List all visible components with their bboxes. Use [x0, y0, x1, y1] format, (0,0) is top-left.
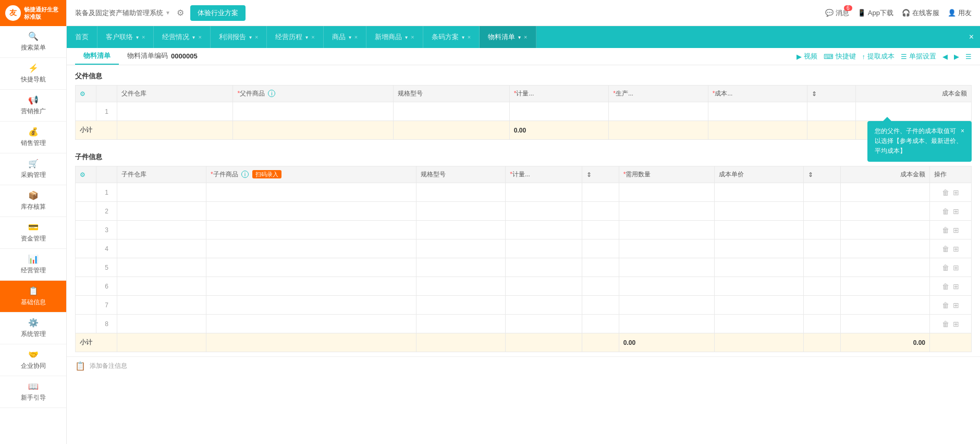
info-icon[interactable]: i — [241, 171, 249, 178]
nav-close-all-button[interactable]: × — [963, 32, 980, 42]
child-row-4-unit[interactable] — [506, 239, 582, 258]
child-row-4-qty[interactable] — [619, 239, 714, 258]
info-icon[interactable]: i — [268, 90, 275, 97]
child-row-3-product[interactable] — [206, 221, 416, 239]
experience-button[interactable]: 体验行业方案 — [190, 5, 246, 21]
child-row-3-warehouse[interactable] — [117, 221, 206, 239]
copy-icon[interactable]: ⊞ — [953, 188, 959, 197]
tab-close-icon[interactable]: × — [411, 34, 414, 40]
child-row-6-unit[interactable] — [506, 277, 582, 296]
sidebar-item-basics[interactable]: 📋 基础信息 — [0, 281, 66, 313]
parent-row-1-warehouse[interactable] — [117, 102, 233, 121]
delete-icon[interactable]: 🗑 — [942, 245, 949, 253]
view-button[interactable]: ▶ 视频 — [797, 52, 817, 61]
child-row-5-unit[interactable] — [506, 258, 582, 277]
child-row-5-unitprice[interactable] — [715, 258, 804, 277]
child-gear-icon[interactable]: ⚙ — [80, 171, 85, 178]
copy-icon[interactable]: ⊞ — [953, 301, 959, 309]
toolbar-nav-right-icon[interactable]: ▶ — [954, 53, 959, 61]
child-row-8-warehouse[interactable] — [117, 315, 206, 333]
sidebar-item-sales[interactable]: 💰 销售管理 — [0, 122, 66, 153]
child-row-6-product[interactable] — [206, 277, 416, 296]
child-row-7-unit[interactable] — [506, 296, 582, 315]
copy-icon[interactable]: ⊞ — [953, 263, 959, 272]
child-row-1-warehouse[interactable] — [117, 183, 206, 202]
child-row-7-unitprice[interactable] — [715, 296, 804, 315]
child-row-2-qty[interactable] — [619, 202, 714, 221]
online-service-item[interactable]: 🎧 在线客服 — [902, 8, 939, 18]
child-row-6-qty[interactable] — [619, 277, 714, 296]
sidebar-item-inventory[interactable]: 📦 库存核算 — [0, 185, 66, 217]
tab-profit[interactable]: 利润报告 ▾ × — [211, 26, 267, 48]
child-row-1-product[interactable] — [206, 183, 416, 202]
child-row-7-warehouse[interactable] — [117, 296, 206, 315]
tab-close-icon[interactable]: × — [255, 34, 258, 40]
child-row-8-unitprice[interactable] — [715, 315, 804, 333]
child-row-8-product[interactable] — [206, 315, 416, 333]
child-row-3-unitprice[interactable] — [715, 221, 804, 239]
tab-operations[interactable]: 经营情况 ▾ × — [154, 26, 210, 48]
user-item[interactable]: 👤 用友 — [948, 8, 972, 18]
toolbar-nav-left-icon[interactable]: ◀ — [942, 53, 948, 61]
tab-close-icon[interactable]: × — [468, 34, 471, 40]
delete-icon[interactable]: 🗑 — [942, 226, 949, 234]
tab-barcode[interactable]: 条码方案 ▾ × — [423, 26, 480, 48]
parent-row-1-product[interactable] — [233, 102, 394, 121]
child-row-7-product[interactable] — [206, 296, 416, 315]
copy-icon[interactable]: ⊞ — [953, 245, 959, 253]
child-row-4-spec[interactable] — [416, 239, 506, 258]
sidebar-item-search[interactable]: 🔍 搜索菜单 — [0, 26, 66, 58]
tab-close-icon[interactable]: × — [198, 34, 201, 40]
child-row-6-spec[interactable] — [416, 277, 506, 296]
child-row-3-spec[interactable] — [416, 221, 506, 239]
sidebar-item-cooperation[interactable]: 🤝 企业协同 — [0, 344, 66, 376]
child-row-7-spec[interactable] — [416, 296, 506, 315]
tab-product[interactable]: 商品 ▾ × — [324, 26, 366, 48]
child-row-5-product[interactable] — [206, 258, 416, 277]
child-row-1-unitprice[interactable] — [715, 183, 804, 202]
child-row-4-product[interactable] — [206, 239, 416, 258]
child-row-5-spec[interactable] — [416, 258, 506, 277]
app-download-item[interactable]: 📱 App下载 — [858, 8, 893, 18]
child-row-8-unit[interactable] — [506, 315, 582, 333]
sidebar-item-operations[interactable]: 📊 经营管理 — [0, 249, 66, 281]
child-row-1-spec[interactable] — [416, 183, 506, 202]
child-row-2-unitprice[interactable] — [715, 202, 804, 221]
tooltip-close-icon[interactable]: × — [961, 126, 964, 136]
tab-bom[interactable]: 物料清单 ▾ × — [480, 26, 536, 48]
parent-row-1-unit[interactable] — [509, 102, 609, 121]
sub-tab-bom[interactable]: 物料清单 — [75, 48, 119, 65]
child-row-2-spec[interactable] — [416, 202, 506, 221]
delete-icon[interactable]: 🗑 — [942, 301, 949, 309]
delete-icon[interactable]: 🗑 — [942, 320, 949, 328]
child-row-2-product[interactable] — [206, 202, 416, 221]
sidebar-item-finance[interactable]: 💳 资金管理 — [0, 217, 66, 249]
child-row-4-warehouse[interactable] — [117, 239, 206, 258]
settings-icon[interactable]: ⚙ — [177, 8, 184, 18]
parent-row-1-spec[interactable] — [394, 102, 509, 121]
system-title-dropdown[interactable]: 装备及固定资产辅助管理系统 ▼ — [75, 8, 170, 18]
tab-close-icon[interactable]: × — [311, 34, 314, 40]
sidebar-item-guide[interactable]: 📖 新手引导 — [0, 376, 66, 408]
child-row-5-qty[interactable] — [619, 258, 714, 277]
sidebar-item-system[interactable]: ⚙️ 系统管理 — [0, 313, 66, 344]
child-row-3-unit[interactable] — [506, 221, 582, 239]
parent-row-1-produce[interactable] — [609, 102, 708, 121]
tab-history[interactable]: 经营历程 ▾ × — [267, 26, 323, 48]
scan-badge[interactable]: 扫码录入 — [252, 170, 281, 178]
copy-icon[interactable]: ⊞ — [953, 226, 959, 234]
tab-customer[interactable]: 客户联络 ▾ × — [97, 26, 154, 48]
child-row-1-qty[interactable] — [619, 183, 714, 202]
parent-gear-icon[interactable]: ⚙ — [80, 90, 85, 98]
single-settings-button[interactable]: ☰ 单据设置 — [901, 52, 936, 61]
child-row-8-qty[interactable] — [619, 315, 714, 333]
delete-icon[interactable]: 🗑 — [942, 282, 949, 291]
sidebar-item-purchase[interactable]: 🛒 采购管理 — [0, 153, 66, 185]
sidebar-item-quick-nav[interactable]: ⚡ 快捷导航 — [0, 58, 66, 90]
child-row-2-warehouse[interactable] — [117, 202, 206, 221]
sidebar-item-marketing[interactable]: 📢 营销推广 — [0, 90, 66, 122]
child-row-1-unit[interactable] — [506, 183, 582, 202]
shortcuts-button[interactable]: ⌨ 快捷键 — [824, 52, 856, 61]
delete-icon[interactable]: 🗑 — [942, 207, 949, 215]
delete-icon[interactable]: 🗑 — [942, 188, 949, 197]
